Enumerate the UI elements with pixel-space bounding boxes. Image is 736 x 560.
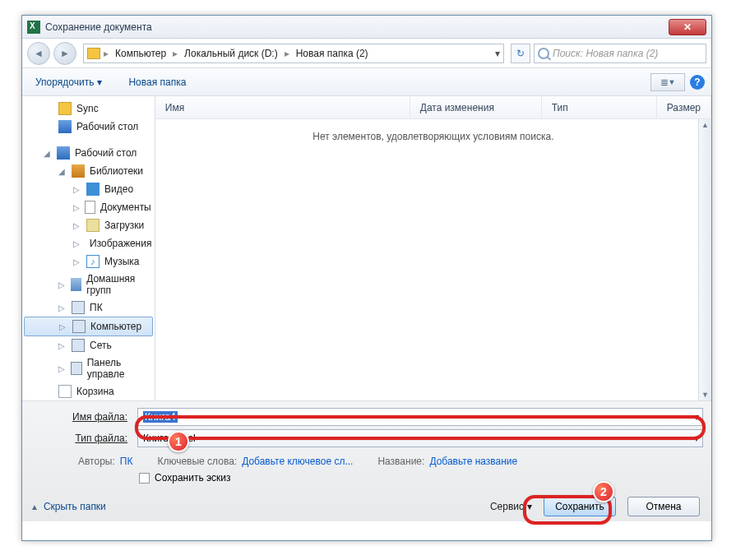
excel-icon <box>27 21 40 34</box>
window-title: Сохранение документа <box>45 21 152 33</box>
caret-icon[interactable]: ▷ <box>58 341 67 350</box>
crumb-computer[interactable]: Компьютер <box>112 46 169 61</box>
col-type[interactable]: Тип <box>542 96 657 118</box>
col-size[interactable]: Размер <box>657 96 711 118</box>
caret-icon[interactable]: ▷ <box>59 322 67 331</box>
back-button[interactable]: ◄ <box>27 42 50 65</box>
new-folder-button[interactable]: Новая папка <box>122 73 192 91</box>
search-placeholder: Поиск: Новая папка (2) <box>553 48 658 59</box>
folder-icon <box>58 102 72 115</box>
col-modified[interactable]: Дата изменения <box>410 96 542 118</box>
sidebar-item-downloads[interactable]: ▷Загрузки <box>22 216 155 234</box>
desktop-icon <box>58 120 72 133</box>
chevron-down-icon[interactable]: ▾ <box>694 433 699 444</box>
save-dialog: Сохранение документа ✕ ◄ ► ▸ Компьютер ▸… <box>21 15 712 541</box>
caret-icon[interactable]: ▷ <box>73 239 80 248</box>
view-options-button[interactable]: ≣ ▼ <box>650 73 685 91</box>
body: Sync Рабочий стол ◢Рабочий стол ◢Библиот… <box>22 96 711 400</box>
computer-icon <box>72 320 86 333</box>
sidebar-item-video[interactable]: ▷Видео <box>22 180 155 198</box>
filename-label: Имя файла: <box>30 411 132 423</box>
homegroup-icon <box>71 278 82 291</box>
toolbar: Упорядочить ▾ Новая папка ≣ ▼ ? <box>22 68 711 96</box>
filename-value: Книга4 <box>143 411 178 423</box>
crumb-disk-d[interactable]: Локальный диск (D:) <box>181 46 281 61</box>
caret-icon[interactable]: ▷ <box>73 257 81 266</box>
close-button[interactable]: ✕ <box>669 19 706 35</box>
document-icon <box>85 201 95 214</box>
sidebar-item-pictures[interactable]: ▷Изображения <box>22 234 155 252</box>
sidebar-item-desktop-root[interactable]: ◢Рабочий стол <box>22 144 155 162</box>
sidebar-item-pc[interactable]: ▷ПК <box>22 299 155 317</box>
breadcrumb-dropdown[interactable]: ▾ <box>495 48 500 59</box>
meta-authors[interactable]: Авторы: ПК <box>78 456 132 467</box>
sidebar-item-desktop[interactable]: Рабочий стол <box>22 118 155 136</box>
refresh-button[interactable]: ↻ <box>511 44 530 63</box>
column-headers[interactable]: Имя Дата изменения Тип Размер <box>155 96 711 119</box>
chevron-down-icon: ▾ <box>527 501 532 512</box>
caret-icon[interactable]: ▷ <box>73 221 81 230</box>
library-icon <box>72 164 85 178</box>
filetype-label: Тип файла: <box>30 433 132 444</box>
chevron-right-icon: ▸ <box>104 48 109 59</box>
triangle-up-icon: ▲ <box>30 502 39 511</box>
caret-icon[interactable]: ▷ <box>73 185 81 194</box>
sidebar-item-homegroup[interactable]: ▷Домашняя групп <box>22 271 155 299</box>
caret-icon[interactable]: ▷ <box>58 280 66 289</box>
forward-button[interactable]: ► <box>53 42 76 65</box>
thumbnail-checkbox[interactable] <box>139 473 150 484</box>
caret-icon[interactable]: ▷ <box>73 203 80 212</box>
filetype-combo[interactable]: Книга Excel ▾ <box>137 429 703 447</box>
sidebar-item-trash[interactable]: Корзина <box>22 382 155 400</box>
hide-folders-button[interactable]: ▲ Скрыть папки <box>30 501 106 512</box>
organize-menu[interactable]: Упорядочить ▾ <box>29 73 109 91</box>
network-icon <box>72 339 85 352</box>
chevron-right-icon: ▸ <box>285 48 289 59</box>
cancel-button[interactable]: Отмена <box>627 497 700 516</box>
titlebar[interactable]: Сохранение документа ✕ <box>22 16 711 39</box>
downloads-icon <box>86 219 100 232</box>
list-icon: ≣ <box>660 76 667 88</box>
scrollbar[interactable] <box>698 119 711 400</box>
annotation-badge-2: 2 <box>593 481 614 502</box>
thumbnail-label: Сохранить эскиз <box>155 472 231 484</box>
metadata-row: Авторы: ПК Ключевые слова: Добавьте ключ… <box>30 456 703 467</box>
filename-input[interactable]: Книга4 ▾ <box>137 408 703 426</box>
breadcrumb[interactable]: ▸ Компьютер ▸ Локальный диск (D:) ▸ Нова… <box>83 44 504 63</box>
sidebar-item-sync[interactable]: Sync <box>22 100 155 118</box>
control-panel-icon <box>71 362 82 375</box>
meta-title[interactable]: Название: Добавьте название <box>377 456 517 467</box>
annotation-badge-1: 1 <box>168 431 189 452</box>
sidebar-item-network[interactable]: ▷Сеть <box>22 336 155 354</box>
caret-icon[interactable]: ▷ <box>58 303 67 312</box>
pc-icon <box>72 301 85 314</box>
sidebar-item-libraries[interactable]: ◢Библиотеки <box>22 162 155 180</box>
help-button[interactable]: ? <box>690 75 705 90</box>
chevron-right-icon: ▸ <box>173 48 178 59</box>
chevron-down-icon: ▼ <box>669 78 676 86</box>
sidebar-item-music[interactable]: ▷♪Музыка <box>22 252 155 271</box>
caret-icon[interactable]: ◢ <box>44 149 52 158</box>
caret-icon[interactable]: ▷ <box>58 364 66 373</box>
col-name[interactable]: Имя <box>155 96 410 118</box>
chevron-down-icon[interactable]: ▾ <box>694 411 699 423</box>
sidebar-item-computer[interactable]: ▷Компьютер <box>24 317 153 336</box>
tools-menu[interactable]: Сервис ▾ <box>490 501 532 512</box>
navbar: ◄ ► ▸ Компьютер ▸ Локальный диск (D:) ▸ … <box>22 39 711 68</box>
music-icon: ♪ <box>86 255 100 268</box>
sidebar-item-documents[interactable]: ▷Документы <box>22 198 155 216</box>
crumb-new-folder[interactable]: Новая папка (2) <box>293 46 372 61</box>
empty-message: Нет элементов, удовлетворяющих условиям … <box>155 119 711 400</box>
search-input[interactable]: Поиск: Новая папка (2) <box>534 44 706 63</box>
caret-icon[interactable]: ◢ <box>58 167 67 176</box>
sidebar-item-controlpanel[interactable]: ▷Панель управле <box>22 354 155 382</box>
meta-tags[interactable]: Ключевые слова: Добавьте ключевое сл... <box>157 456 353 467</box>
file-list: Имя Дата изменения Тип Размер Нет элемен… <box>155 96 711 400</box>
folder-icon <box>87 48 100 59</box>
trash-icon <box>58 385 72 398</box>
desktop-icon <box>57 146 70 160</box>
chevron-down-icon: ▾ <box>97 76 102 88</box>
sidebar[interactable]: Sync Рабочий стол ◢Рабочий стол ◢Библиот… <box>22 96 155 400</box>
search-icon <box>538 48 549 59</box>
toolbar-spacer <box>629 74 646 90</box>
